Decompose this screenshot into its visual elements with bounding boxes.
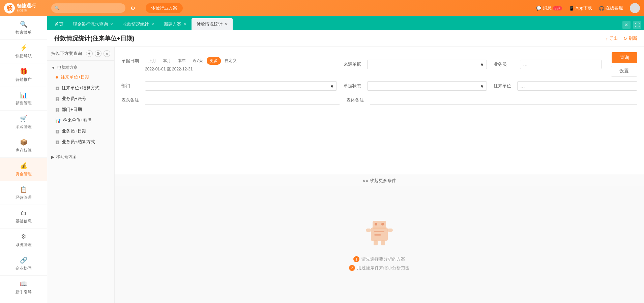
sidebar-item-sales[interactable]: 📊 销售管理 [0, 87, 47, 111]
sidebar-item-marketing[interactable]: 🎁 营销推广 [0, 63, 47, 87]
trial-button[interactable]: 体验行业方案 [146, 3, 183, 13]
scheme-item-dept-date[interactable]: ▦ 部门+日期 [47, 104, 114, 115]
export-btn[interactable]: ↑ 导出 [606, 35, 618, 41]
date-btn-last-month[interactable]: 上月 [145, 57, 159, 65]
page-header: 付款情况统计(往来单位+日期) ↑ 导出 ↻ 刷新 [47, 30, 644, 47]
scheme-mobile-label: 移动端方案 [56, 154, 77, 160]
body-note-input[interactable] [370, 95, 637, 105]
sidebar-label-operation: 经营管理 [16, 195, 32, 201]
sidebar-item-search[interactable]: 🔍 搜索菜单 [0, 16, 47, 40]
source-label: 来源单据 [344, 61, 367, 67]
export-icon: ↑ [606, 36, 608, 41]
operation-icon: 📋 [20, 185, 28, 193]
source-chevron-icon: ∨ [480, 62, 484, 67]
sidebar-item-guide[interactable]: 📖 新手引导 [0, 276, 47, 299]
svg-rect-4 [374, 231, 384, 232]
scheme-item-label-staff-date: 业务员+日期 [62, 128, 86, 134]
headset-icon: 🎧 [599, 6, 604, 11]
filter-row-1: 单据日期 上月 本月 本年 近7天 更多 自定义 [121, 52, 637, 77]
chevron-up-icon: ∧∧ [362, 178, 369, 183]
sidebar-label-search: 搜索菜单 [16, 30, 32, 35]
date-filter-label: 单据日期 [121, 58, 145, 64]
filter-row-2: 部门 ∨ 单据状态 ∨ [121, 81, 637, 91]
staff-input[interactable]: ... [520, 60, 602, 69]
finance-icon: 💰 [20, 162, 28, 170]
dept-select[interactable]: ∨ [145, 81, 337, 91]
scheme-settings-btn[interactable]: ⚙ [95, 50, 101, 57]
refresh-btn[interactable]: ↻ 刷新 [623, 35, 637, 41]
date-btn-last-7days[interactable]: 近7天 [189, 57, 206, 65]
marketing-icon: 🎁 [20, 67, 28, 75]
sidebar-item-purchase[interactable]: 🛒 采购管理 [0, 111, 47, 134]
scheme-desktop-section: ▼ 电脑端方案 ● 往来单位+日期 ▦ 往来单位+结算方式 ▦ [47, 61, 114, 150]
logo-icon: 畅 [4, 3, 15, 13]
scheme-desktop-title[interactable]: ▼ 电脑端方案 [47, 63, 114, 72]
tab-home[interactable]: 首页 [50, 18, 68, 30]
svg-point-3 [381, 223, 384, 225]
top-search-bar[interactable]: 🔍 [51, 3, 125, 13]
page-content: 付款情况统计(往来单位+日期) ↑ 导出 ↻ 刷新 [47, 30, 644, 303]
status-select[interactable]: ∨ [367, 81, 487, 91]
table-icon-5: ▦ [55, 139, 60, 145]
scheme-panel-title: 按以下方案查询 [51, 51, 82, 57]
chevron-down-icon: ▼ [51, 65, 55, 70]
sidebar-item-smart-hw[interactable]: 💻 智能硬件 [0, 299, 47, 303]
system-icon: ⚙ [20, 233, 28, 241]
source-select[interactable]: ∨ [367, 60, 487, 69]
scheme-item-partner-settle[interactable]: ▦ 往来单位+结算方式 [47, 83, 114, 93]
top-search-area: 🔍 ⚙ 体验行业方案 [51, 3, 536, 13]
scheme-item-staff-account[interactable]: ▦ 业务员+账号 [47, 93, 114, 104]
date-btn-this-year[interactable]: 本年 [175, 57, 189, 65]
sidebar-item-basic-info[interactable]: 🗂 基础信息 [0, 205, 47, 229]
filter-row-3: 表头备注 表体备注 [121, 95, 637, 105]
online-service-item[interactable]: 🎧 在线客服 [599, 5, 623, 11]
messages-item[interactable]: 💬 消息 99+ [536, 5, 562, 11]
scheme-mobile-title[interactable]: ▶ 移动端方案 [47, 153, 114, 161]
date-btn-more[interactable]: 更多 [207, 57, 221, 65]
scheme-collapse-btn[interactable]: « [104, 50, 110, 57]
user-avatar[interactable] [630, 3, 640, 13]
query-button[interactable]: 查询 [612, 52, 637, 63]
table-icon-2: ▦ [55, 96, 60, 101]
sidebar-item-finance[interactable]: 💰 资金管理 [0, 158, 47, 181]
settings-button[interactable]: 设置 [611, 66, 637, 77]
tab-bank-flow[interactable]: 现金银行流水查询 ✕ [68, 18, 118, 30]
scheme-item-partner-date[interactable]: ● 往来单位+日期 [47, 72, 114, 83]
tab-new-scheme[interactable]: 新建方案 ✕ [159, 18, 192, 30]
table-icon-4: ▦ [55, 128, 60, 134]
sidebar-label-basic-info: 基础信息 [16, 218, 32, 224]
top-settings-icon[interactable]: ⚙ [128, 3, 138, 13]
sidebar-item-operation[interactable]: 📋 经营管理 [0, 181, 47, 205]
tab-new-scheme-label: 新建方案 [164, 21, 181, 27]
search-icon: 🔍 [20, 20, 28, 28]
tab-payment-stats[interactable]: 付款情况统计 ✕ [192, 18, 233, 30]
sidebar-item-enterprise[interactable]: 🔗 企业协同 [0, 252, 47, 276]
tab-receipts-close[interactable]: ✕ [151, 22, 154, 27]
scheme-add-btn[interactable]: + [86, 50, 93, 57]
partner-input[interactable]: ... [517, 81, 637, 91]
hint-2-num: 2 [349, 265, 355, 271]
main-layout: 🔍 搜索菜单 ⚡ 快捷导航 🎁 营销推广 📊 销售管理 🛒 采购管理 📦 库存核… [0, 16, 644, 303]
tab-maximize-btn[interactable]: ⛶ [633, 21, 641, 29]
tab-close-all-btn[interactable]: ✕ [622, 21, 631, 29]
date-options: 上月 本月 本年 近7天 更多 自定义 [145, 57, 240, 65]
scheme-item-staff-date[interactable]: ▦ 业务员+日期 [47, 126, 114, 137]
sidebar-item-inventory[interactable]: 📦 库存核算 [0, 134, 47, 158]
date-btn-custom[interactable]: 自定义 [222, 57, 240, 65]
collapse-more-btn[interactable]: ∧∧ 收起更多条件 [115, 175, 644, 186]
tab-bank-flow-close[interactable]: ✕ [110, 22, 113, 27]
scheme-item-partner-account[interactable]: 📊 往来单位+账号 [47, 115, 114, 126]
head-note-input[interactable] [145, 95, 340, 105]
guide-icon: 📖 [20, 280, 28, 288]
scheme-item-staff-settle[interactable]: ▦ 业务员+结算方式 [47, 137, 114, 147]
tab-new-scheme-close[interactable]: ✕ [183, 22, 187, 27]
sidebar-label-system: 系统管理 [16, 242, 32, 248]
tab-receipts[interactable]: 收款情况统计 ✕ [118, 18, 159, 30]
staff-query-col: 业务员 ... 查询 设置 [494, 52, 637, 77]
sidebar-item-quick-nav[interactable]: ⚡ 快捷导航 [0, 40, 47, 63]
app-download-item[interactable]: 📱 App下载 [569, 5, 592, 11]
date-btn-this-month[interactable]: 本月 [160, 57, 174, 65]
tab-payment-stats-close[interactable]: ✕ [225, 22, 228, 27]
body-note-col: 表体备注 [346, 95, 637, 105]
sidebar-item-system[interactable]: ⚙ 系统管理 [0, 229, 47, 252]
